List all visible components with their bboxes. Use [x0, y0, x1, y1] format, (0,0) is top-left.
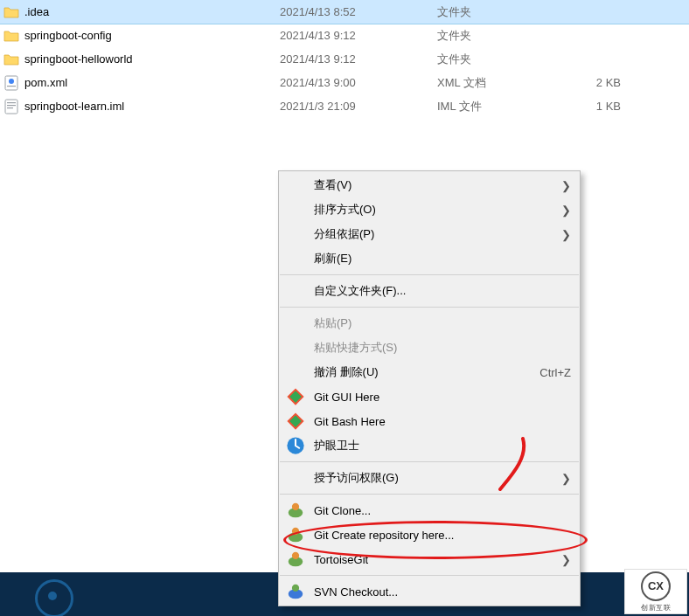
menu-label: Git Bash Here: [314, 415, 571, 428]
separator: [280, 274, 579, 275]
file-name-cell: springboot-config: [0, 28, 280, 44]
blank-icon: [286, 281, 305, 301]
menu-label: 查看(V): [314, 177, 559, 193]
git-app-icon: [286, 412, 305, 431]
blank-icon: [286, 363, 305, 382]
file-date: 2021/4/13 8:52: [280, 5, 437, 18]
tortoisegit-icon: [286, 501, 305, 520]
separator: [280, 575, 579, 576]
svg-rect-3: [5, 100, 17, 114]
menu-label: TortoiseGit: [314, 553, 559, 566]
menu-label: Git Create repository here...: [314, 529, 571, 542]
tortoisegit-icon: [286, 550, 305, 569]
file-type: XML 文档: [437, 75, 551, 91]
svg-point-13: [292, 503, 299, 510]
menu-label: 粘贴(P): [314, 315, 571, 331]
menu-label: 刷新(E): [314, 251, 571, 266]
separator: [280, 494, 579, 495]
menu-git-create-repo[interactable]: Git Create repository here...: [279, 523, 580, 547]
file-size: 1 KB: [551, 100, 630, 113]
menu-paste-shortcut: 粘贴快捷方式(S): [279, 336, 580, 360]
file-date: 2021/1/3 21:09: [280, 100, 437, 113]
file-row[interactable]: springboot-helloworld2021/4/13 9:12文件夹: [0, 47, 689, 71]
menu-grant-access[interactable]: 授予访问权限(G) ❯: [279, 466, 580, 490]
context-menu: 查看(V) ❯ 排序方式(O) ❯ 分组依据(P) ❯ 刷新(E) 自定义文件夹…: [278, 170, 581, 606]
blank-icon: [286, 225, 305, 244]
menu-group[interactable]: 分组依据(P) ❯: [279, 222, 580, 246]
svg-rect-4: [7, 102, 16, 103]
menu-label: Git GUI Here: [314, 391, 571, 404]
chevron-right-icon: ❯: [559, 204, 571, 217]
menu-customize-folder[interactable]: 自定义文件夹(F)...: [279, 279, 580, 303]
file-row[interactable]: pom.xml2021/4/13 9:00XML 文档2 KB: [0, 71, 689, 94]
file-date: 2021/4/13 9:12: [280, 52, 437, 66]
file-name-cell: springboot-helloworld: [0, 52, 280, 67]
menu-label: 分组依据(P): [314, 226, 559, 242]
clock-icon: [286, 436, 305, 455]
file-name: springboot-learn.iml: [24, 100, 124, 113]
menu-git-clone[interactable]: Git Clone...: [279, 498, 580, 523]
svg-point-19: [292, 585, 299, 592]
menu-label: 授予访问权限(G): [314, 470, 559, 486]
file-list: .idea2021/4/13 8:52文件夹springboot-config2…: [0, 0, 689, 118]
menu-git-bash[interactable]: Git Bash Here: [279, 409, 580, 433]
menu-sort[interactable]: 排序方式(O) ❯: [279, 197, 580, 222]
menu-svn-checkout[interactable]: SVN Checkout...: [279, 579, 580, 604]
blank-icon: [286, 338, 305, 357]
file-type: 文件夹: [437, 28, 551, 44]
file-name: springboot-config: [24, 29, 112, 42]
file-row[interactable]: springboot-config2021/4/13 9:12文件夹: [0, 24, 689, 47]
file-name: pom.xml: [24, 76, 67, 89]
menu-label: 撤消 删除(U): [314, 364, 539, 380]
menu-refresh[interactable]: 刷新(E): [279, 246, 580, 271]
svg-rect-6: [7, 107, 13, 108]
svg-rect-5: [7, 105, 16, 106]
xml-icon: [3, 75, 19, 91]
svg-point-1: [9, 79, 14, 84]
folder-icon: [3, 52, 19, 67]
menu-label: 粘贴快捷方式(S): [314, 340, 571, 356]
svg-point-15: [292, 528, 299, 535]
svg-point-17: [292, 552, 299, 559]
menu-shortcut: Ctrl+Z: [539, 366, 571, 379]
file-name-cell: pom.xml: [0, 75, 280, 91]
menu-view[interactable]: 查看(V) ❯: [279, 173, 580, 197]
iml-icon: [3, 99, 19, 114]
tortoisesvn-icon: [286, 582, 305, 601]
file-row[interactable]: .idea2021/4/13 8:52文件夹: [0, 0, 689, 24]
brand-logo-icon: CX: [641, 571, 671, 601]
separator: [280, 307, 579, 308]
chevron-right-icon: ❯: [559, 228, 571, 241]
file-name-cell: springboot-learn.iml: [0, 99, 280, 114]
menu-label: Git Clone...: [314, 504, 571, 517]
menu-paste: 粘贴(P): [279, 311, 580, 336]
blank-icon: [286, 200, 305, 219]
file-type: 文件夹: [437, 52, 551, 67]
menu-label: SVN Checkout...: [314, 585, 571, 599]
file-row[interactable]: springboot-learn.iml2021/1/3 21:09IML 文件…: [0, 94, 689, 118]
tortoisegit-icon: [286, 525, 305, 544]
menu-label: 排序方式(O): [314, 202, 559, 218]
file-type: IML 文件: [437, 99, 551, 114]
file-type: 文件夹: [437, 4, 551, 20]
chevron-right-icon: ❯: [559, 472, 571, 485]
menu-tortoisegit[interactable]: TortoiseGit ❯: [279, 547, 580, 571]
file-name-cell: .idea: [0, 4, 280, 20]
folder-icon: [3, 4, 19, 20]
file-name: .idea: [24, 5, 49, 18]
menu-label: 自定义文件夹(F)...: [314, 283, 571, 299]
blank-icon: [286, 176, 305, 195]
file-date: 2021/4/13 9:12: [280, 29, 437, 42]
blank-icon: [286, 314, 305, 333]
chevron-right-icon: ❯: [559, 553, 571, 566]
git-app-icon: [286, 387, 305, 406]
menu-eyeguard[interactable]: 护眼卫士: [279, 433, 580, 458]
file-name: springboot-helloworld: [24, 52, 133, 66]
menu-label: 护眼卫士: [314, 438, 571, 453]
blank-icon: [286, 468, 305, 488]
menu-git-gui[interactable]: Git GUI Here: [279, 384, 580, 409]
file-date: 2021/4/13 9:00: [280, 76, 437, 89]
menu-undo-delete[interactable]: 撤消 删除(U) Ctrl+Z: [279, 360, 580, 384]
brand-badge: CX 创新互联: [624, 569, 687, 614]
file-size: 2 KB: [551, 76, 630, 89]
